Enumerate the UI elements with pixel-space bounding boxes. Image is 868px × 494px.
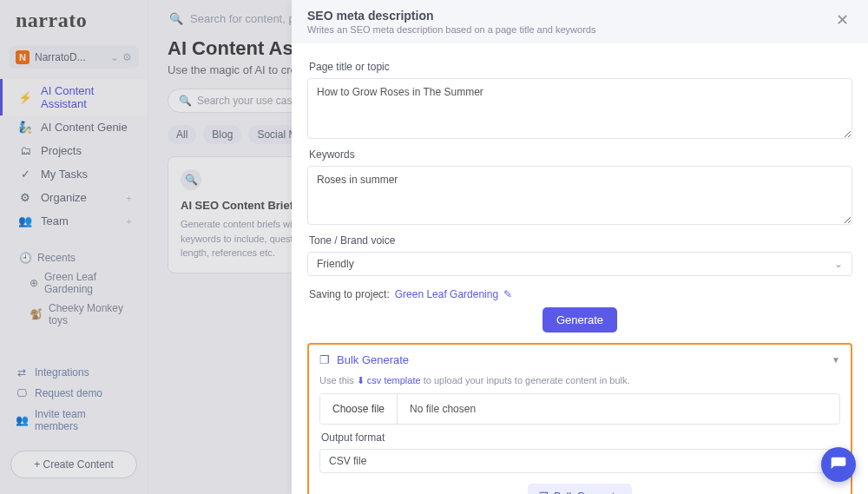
search-icon: 🔍 [181,169,201,190]
plus-icon: + [127,193,132,203]
sidebar-nav: ⚡ AI Content Assistant 🧞 AI Content Geni… [0,77,148,234]
bulk-note: Use this ⬇ csv template to upload your i… [319,375,840,386]
seo-meta-modal: SEO meta description Writes an SEO meta … [292,0,868,494]
file-name-display: No file chosen [398,394,839,424]
saving-label: Saving to project: [309,288,390,300]
recent-item-cheeky-monkey[interactable]: 🐒 Cheeky Monkey toys [7,299,141,330]
output-format-label: Output format [321,431,840,444]
project-selector[interactable]: Green Leaf Gardening ✎ [395,288,512,300]
choose-file-button[interactable]: Choose file [320,394,398,424]
sidebar-item-label: AI Content Genie [41,121,128,134]
create-content-button[interactable]: + Create Content [10,451,137,478]
csv-template-link[interactable]: ⬇ csv template [357,375,421,385]
bulk-generate-button[interactable]: ❐ Bulk Generate [528,484,632,494]
integrations-link[interactable]: ⇄ Integrations [16,362,132,383]
logo: narrato [0,9,148,43]
invite-icon: 👥 [16,414,28,426]
genie-icon: 🧞 [18,121,32,134]
check-icon: ✓ [18,168,32,181]
recent-item-label: Cheeky Monkey toys [49,302,128,326]
bulk-generate-section: ❐ Bulk Generate ▼ Use this ⬇ csv templat… [307,343,852,494]
team-icon: 👥 [18,214,32,227]
keywords-label: Keywords [309,148,852,161]
project-name: Green Leaf Gardening [395,288,498,300]
puzzle-icon: ⇄ [16,366,28,379]
plus-icon: + [127,216,132,227]
generate-button[interactable]: Generate [542,307,617,333]
edit-icon[interactable]: ✎ [503,288,512,300]
search-icon: 🔍 [179,95,192,107]
search-icon: 🔍 [169,12,183,25]
chat-fab[interactable] [821,447,856,482]
sidebar-item-team[interactable]: 👥 Team + [0,209,148,233]
modal-subtitle: Writes an SEO meta description based on … [307,24,832,35]
settings-icon: ⚙ [18,191,32,204]
monitor-icon: 🖵 [16,387,28,399]
keywords-input[interactable] [307,166,852,225]
sidebar: narrato N NarratoD... ⌄ ⚙ ⚡ AI Content A… [0,0,148,494]
modal-header: SEO meta description Writes an SEO meta … [292,0,868,43]
output-format-value: CSV file [329,455,366,467]
sidebar-item-organize[interactable]: ⚙ Organize + [0,186,148,209]
sidebar-item-label: My Tasks [41,168,88,181]
sidebar-item-label: AI Content Assistant [41,84,132,110]
page-title-input[interactable] [307,78,852,139]
tone-select[interactable]: Friendly ⌄ [307,252,852,276]
invite-link[interactable]: 👥 Invite team members [16,404,132,437]
project-icon: 🐒 [30,308,43,320]
tag-all[interactable]: All [168,125,196,144]
recent-item-label: Green Leaf Gardening [44,271,128,295]
recents: 🕘 Recents ⊕ Green Leaf Gardening 🐒 Cheek… [0,248,148,330]
sidebar-item-ai-content-assistant[interactable]: ⚡ AI Content Assistant [0,79,148,115]
modal-title: SEO meta description [307,9,832,23]
recents-heading: 🕘 Recents [7,248,141,267]
modal-body: Page title or topic Keywords Tone / Bran… [292,43,868,494]
bulk-generate-title: Bulk Generate [337,353,409,366]
duplicate-icon: ❐ [319,353,330,366]
request-demo-link[interactable]: 🖵 Request demo [16,383,132,404]
workspace-initial: N [16,50,30,64]
gear-icon[interactable]: ⚙ [122,51,132,63]
tone-label: Tone / Brand voice [309,234,852,247]
folder-icon: 🗂 [18,144,32,157]
chevron-down-icon: ⌄ [110,51,119,63]
triangle-down-icon: ▼ [832,355,840,365]
close-icon[interactable]: ✕ [832,9,852,31]
bolt-icon: ⚡ [18,91,32,104]
chevron-down-icon: ⌄ [834,258,843,270]
sidebar-item-label: Team [41,214,69,227]
sidebar-item-label: Projects [41,144,82,157]
clock-icon: 🕘 [19,252,32,264]
bulk-generate-header[interactable]: ❐ Bulk Generate ▼ [319,353,840,366]
page-title-label: Page title or topic [309,61,852,73]
output-format-select[interactable]: CSV file ⌄ [319,449,840,473]
usecase-search-placeholder: Search your use case [197,95,298,107]
tag-blog[interactable]: Blog [203,125,241,144]
tone-value: Friendly [317,258,354,270]
sidebar-item-projects[interactable]: 🗂 Projects [0,139,148,162]
recent-item-green-leaf[interactable]: ⊕ Green Leaf Gardening [7,267,141,299]
project-icon: ⊕ [30,277,38,289]
file-input-row: Choose file No file chosen [319,393,840,425]
saving-row: Saving to project: Green Leaf Gardening … [309,288,851,300]
sidebar-item-label: Organize [41,191,87,204]
workspace-selector[interactable]: N NarratoD... ⌄ ⚙ [9,46,139,69]
sidebar-footer: ⇄ Integrations 🖵 Request demo 👥 Invite t… [0,355,148,444]
workspace-name: NarratoD... [35,51,110,63]
chat-icon [830,456,847,473]
sidebar-item-ai-content-genie[interactable]: 🧞 AI Content Genie [0,115,148,139]
sidebar-item-my-tasks[interactable]: ✓ My Tasks [0,162,148,186]
duplicate-icon: ❐ [539,491,549,494]
